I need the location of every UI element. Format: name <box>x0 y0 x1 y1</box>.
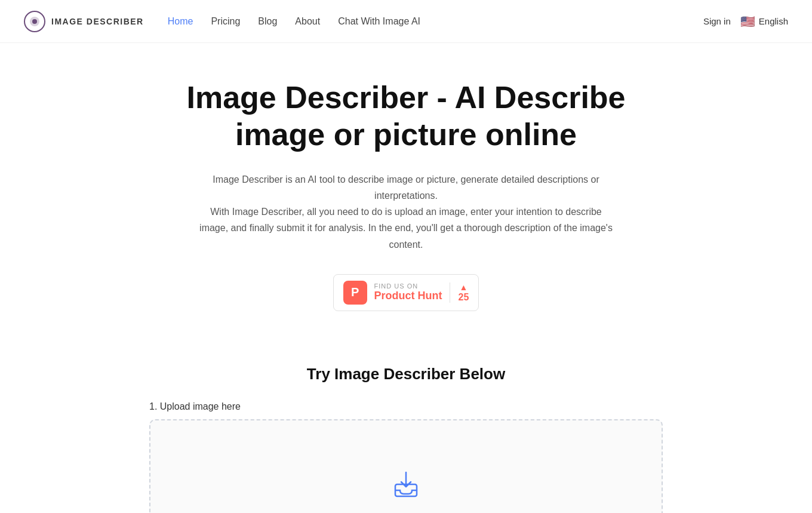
product-hunt-find-us: FIND US ON <box>374 282 442 290</box>
upload-area[interactable]: Click or drag file to this area to uploa… <box>149 419 663 513</box>
product-hunt-name: Product Hunt <box>374 290 442 302</box>
logo-link[interactable]: IMAGE DESCRIBER <box>24 11 144 32</box>
product-hunt-votes: ▲ 25 <box>450 282 469 303</box>
nav-item-chat[interactable]: Chat With Image AI <box>338 16 420 27</box>
nav-link-blog[interactable]: Blog <box>258 16 277 26</box>
try-title: Try Image Describer Below <box>149 365 663 383</box>
upload-icon-wrapper <box>390 469 422 502</box>
nav-link-chat[interactable]: Chat With Image AI <box>338 16 420 26</box>
nav-item-about[interactable]: About <box>295 16 320 27</box>
svg-point-2 <box>32 19 37 24</box>
nav-link-home[interactable]: Home <box>168 16 193 26</box>
navbar: IMAGE DESCRIBER Home Pricing Blog About … <box>0 0 812 43</box>
language-selector[interactable]: 🇺🇸 English <box>740 14 788 29</box>
navbar-right: Sign in 🇺🇸 English <box>703 14 788 29</box>
hero-desc-line1: Image Describer is an AI tool to describ… <box>213 174 599 201</box>
nav-item-pricing[interactable]: Pricing <box>211 16 240 27</box>
product-hunt-text: FIND US ON Product Hunt <box>374 282 442 302</box>
product-hunt-badge[interactable]: P FIND US ON Product Hunt ▲ 25 <box>333 274 479 311</box>
navbar-left: IMAGE DESCRIBER Home Pricing Blog About … <box>24 11 420 32</box>
nav-link-about[interactable]: About <box>295 16 320 26</box>
language-label: English <box>759 16 788 26</box>
flag-icon: 🇺🇸 <box>740 14 755 29</box>
hero-description: Image Describer is an AI tool to describ… <box>197 171 615 253</box>
sign-in-button[interactable]: Sign in <box>703 16 731 26</box>
upload-icon <box>390 469 422 500</box>
nav-item-home[interactable]: Home <box>168 16 193 27</box>
try-section: Try Image Describer Below 1. Upload imag… <box>137 365 675 513</box>
product-hunt-upvote-arrow: ▲ <box>460 282 468 292</box>
product-hunt-vote-count: 25 <box>459 292 469 303</box>
upload-label: 1. Upload image here <box>149 401 663 412</box>
hero-desc-line2: With Image Describer, all you need to do… <box>199 207 613 249</box>
hero-section: Image Describer - AI Describe image or p… <box>143 43 669 365</box>
nav-item-blog[interactable]: Blog <box>258 16 277 27</box>
main-content: Image Describer - AI Describe image or p… <box>0 43 812 513</box>
nav-link-pricing[interactable]: Pricing <box>211 16 240 26</box>
product-hunt-logo: P <box>343 281 367 305</box>
hero-title: Image Describer - AI Describe image or p… <box>155 79 657 153</box>
logo-text: IMAGE DESCRIBER <box>51 17 144 26</box>
logo-icon <box>24 11 45 32</box>
nav-links: Home Pricing Blog About Chat With Image … <box>168 16 420 27</box>
